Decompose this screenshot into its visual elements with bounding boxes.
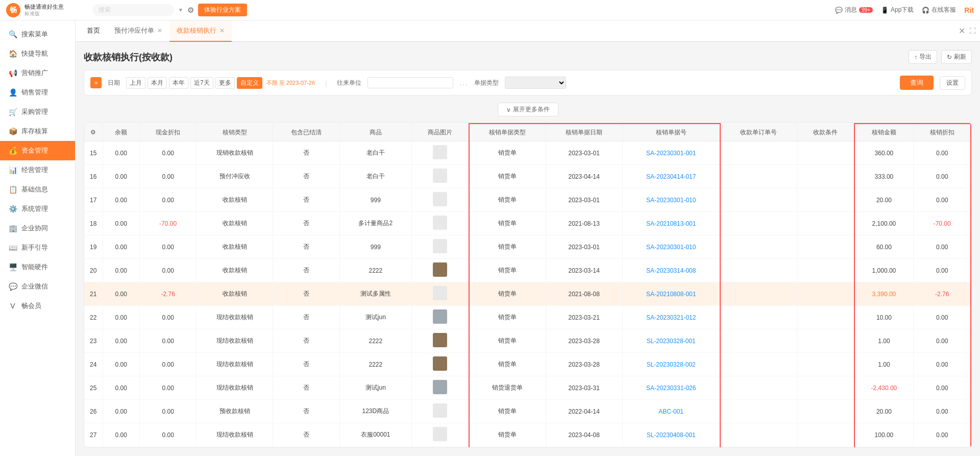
- bill-no-link[interactable]: SA-20230414-017: [646, 173, 696, 180]
- message-area[interactable]: 💬 消息 99+: [835, 6, 873, 14]
- top-bar: 畅 畅捷通谁好生意 标准版 搜索 ▼ ⚙ 体验行业方案 💬 消息 99+ 📱 A…: [0, 0, 980, 20]
- window-close-icon[interactable]: ✕: [959, 26, 965, 36]
- counterpart-input[interactable]: [368, 77, 453, 88]
- cell-cancel-bill-date: 2023-03-28: [546, 329, 622, 353]
- search-dropdown-icon[interactable]: ▼: [178, 7, 183, 13]
- bill-no-link[interactable]: SA-20230301-010: [646, 244, 696, 251]
- cell-goods-img: [412, 447, 469, 448]
- query-button[interactable]: 查询: [900, 76, 934, 90]
- tab-collection-close[interactable]: ✕: [219, 27, 225, 34]
- sidebar-item-label: 企业协同: [21, 224, 48, 233]
- top-search-input[interactable]: 搜索: [92, 4, 174, 16]
- date-this-month[interactable]: 本月: [148, 77, 167, 89]
- sidebar-item-basic[interactable]: 📋 基础信息: [0, 180, 75, 199]
- sidebar-item-quick-nav[interactable]: 🏠 快捷导航: [0, 44, 75, 63]
- date-range-display: 不限 至 2023-07-26: [266, 79, 315, 87]
- user-label[interactable]: Rit: [964, 6, 974, 14]
- tab-prepay-close[interactable]: ✕: [157, 27, 162, 34]
- date-custom[interactable]: 自定义: [237, 77, 262, 89]
- cell-cancel-bill-no: SL-20230328-001: [622, 329, 720, 353]
- cell-goods-img: [412, 329, 469, 353]
- cell-receipt-condition: [797, 376, 854, 400]
- col-cancel-bill-date: 核销单据日期: [546, 124, 622, 141]
- cell-cancel-bill-date: 2023-03-28: [546, 353, 622, 376]
- sidebar-item-hardware[interactable]: 🖥️ 智能硬件: [0, 257, 75, 277]
- window-expand-icon[interactable]: ⛶: [969, 27, 976, 35]
- bill-no-link[interactable]: SA-20230314-008: [646, 267, 696, 274]
- tab-prepay[interactable]: 预付冲应付单 ✕: [107, 20, 169, 42]
- table-row: 18 0.00 -70.00 收款核销 否 多计量商品2 销货单 2021-08…: [84, 212, 971, 235]
- tab-home[interactable]: 首页: [80, 20, 107, 42]
- business-icon: 📊: [8, 165, 17, 175]
- cell-cancel-discount: 0.00: [914, 306, 971, 329]
- date-7days[interactable]: 近7天: [190, 77, 213, 89]
- refresh-button[interactable]: ↻ 刷新: [941, 50, 972, 64]
- cell-cancel-type: 现结收款核销: [197, 306, 273, 329]
- sidebar-item-member[interactable]: V 畅会员: [0, 296, 75, 316]
- sidebar-item-search[interactable]: 🔍 搜索菜单: [0, 25, 75, 44]
- table-row: 16 0.00 0.00 预付冲应收 否 老白干 销货单 2023-04-14 …: [84, 165, 971, 188]
- sidebar-item-purchase[interactable]: 🛒 采购管理: [0, 102, 75, 122]
- tab-collection[interactable]: 收款核销执行 ✕: [169, 20, 232, 42]
- date-more[interactable]: 更多: [215, 77, 235, 89]
- bill-no-link[interactable]: SA-20230331-026: [646, 385, 696, 392]
- date-last-month[interactable]: 上月: [126, 77, 145, 89]
- cell-cancel-amount: 100.00: [854, 447, 914, 448]
- sidebar-item-label: 搜索菜单: [21, 30, 48, 39]
- cell-cancel-bill-date: 2023-03-01: [546, 188, 622, 212]
- filter-settings-button[interactable]: 设置: [940, 76, 965, 90]
- hardware-icon: 🖥️: [8, 262, 17, 272]
- cell-cancel-amount: 20.00: [854, 400, 914, 423]
- app-download[interactable]: 📱 App下载: [881, 6, 914, 14]
- cell-include-settled: 否: [273, 353, 340, 376]
- receipt-type-select[interactable]: [505, 77, 566, 89]
- sidebar-item-system[interactable]: ⚙️ 系统管理: [0, 199, 75, 219]
- export-button[interactable]: ↑ 导出: [909, 50, 937, 64]
- bill-no-link[interactable]: SL-20230408-001: [647, 431, 696, 439]
- cell-cancel-type: 收款核销: [197, 212, 273, 235]
- cell-receipt-condition: [797, 141, 854, 165]
- cell-cancel-type: 现结收款核销: [197, 329, 273, 353]
- bill-no-link[interactable]: SL-20230328-001: [647, 338, 696, 345]
- sidebar-item-marketing[interactable]: 📢 营销推广: [0, 63, 75, 83]
- col-settings[interactable]: ⚙: [84, 124, 103, 141]
- cell-no: 17: [84, 188, 103, 212]
- bill-no-link[interactable]: SA-20210808-001: [646, 291, 696, 298]
- cell-balance: 0.00: [103, 259, 140, 282]
- sidebar-item-wechat[interactable]: 💬 企业微信: [0, 277, 75, 296]
- bill-no-link[interactable]: SA-20230301-001: [646, 150, 696, 157]
- cell-cancel-bill-type: 销货单: [469, 353, 546, 376]
- expand-more-btn[interactable]: ∨ 展开更多条件: [498, 103, 558, 116]
- date-this-year[interactable]: 本年: [169, 77, 188, 89]
- bill-no-link[interactable]: SA-20230301-010: [646, 197, 696, 204]
- bill-no-link[interactable]: SL-20230328-002: [647, 361, 696, 368]
- table-row: 17 0.00 0.00 收款核销 否 999 销货单 2023-03-01 S…: [84, 188, 971, 212]
- cell-goods-img: [412, 306, 469, 329]
- cell-balance: 0.00: [103, 376, 140, 400]
- bill-no-link[interactable]: SA-20210813-001: [646, 220, 696, 227]
- solution-btn[interactable]: 体验行业方案: [198, 4, 247, 16]
- sidebar-item-sales[interactable]: 👤 销售管理: [0, 83, 75, 102]
- cell-goods: 2222: [339, 259, 411, 282]
- cell-goods-img: [412, 353, 469, 376]
- cell-goods: 999: [339, 188, 411, 212]
- sidebar-item-inventory[interactable]: 📦 库存核算: [0, 122, 75, 141]
- expand-button[interactable]: »: [90, 77, 102, 88]
- cell-cancel-discount: 0.00: [914, 259, 971, 282]
- table-row: 25 0.00 0.00 现结收款核销 否 测试jun 销货退货单 2023-0…: [84, 376, 971, 400]
- cell-receipt-order-no: [720, 259, 797, 282]
- sidebar-item-company[interactable]: 🏢 企业协同: [0, 219, 75, 238]
- cell-receipt-order-no: [720, 188, 797, 212]
- cell-balance: 0.00: [103, 235, 140, 259]
- cell-cancel-bill-type: 销货单: [469, 165, 546, 188]
- sidebar-item-finance[interactable]: 💰 资金管理: [0, 141, 75, 160]
- settings-icon[interactable]: ⚙: [187, 6, 194, 15]
- cell-include-settled: 否: [273, 282, 340, 306]
- sidebar-item-business[interactable]: 📊 经营管理: [0, 160, 75, 180]
- sidebar-item-guide[interactable]: 📖 新手引导: [0, 238, 75, 257]
- cell-receipt-order-no: [720, 282, 797, 306]
- bill-no-link[interactable]: SA-20230321-012: [646, 314, 696, 321]
- bill-no-link[interactable]: ABC-001: [658, 408, 683, 415]
- cell-cancel-bill-type: 销货单: [469, 212, 546, 235]
- online-service[interactable]: 🎧 在线客服: [922, 6, 956, 14]
